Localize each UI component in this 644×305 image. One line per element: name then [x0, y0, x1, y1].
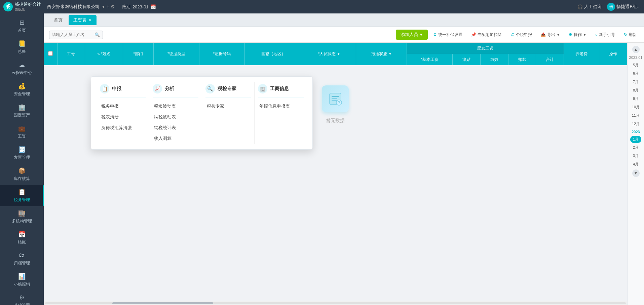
sidebar-item-fixed-assets[interactable]: 🏢 固定资产 — [0, 100, 44, 121]
operation-icon: ⚙ — [569, 32, 572, 37]
sidebar-label-archive: 归档管理 — [14, 260, 30, 266]
search-box[interactable]: 🔍 — [49, 31, 103, 39]
table-header-row: 工号 ⇅ *姓名 *部门 *证据类型 *证据号码 国籍（地区） *人员状态 ▼ — [44, 43, 627, 54]
tax-payment-fluctuation-label: 纳税波动表 — [154, 114, 176, 119]
col-checkbox — [44, 43, 57, 65]
timeline-month-8[interactable]: 8月 — [628, 86, 644, 94]
timeline-month-1[interactable]: 1月 — [630, 136, 641, 143]
timeline-month-3[interactable]: 3月 — [628, 152, 644, 160]
social-insurance-label: 统一社保设置 — [438, 32, 462, 38]
timeline-scroll-up[interactable]: ▲ — [632, 46, 640, 53]
dropdown-item-tax-payment-fluctuation[interactable]: 纳税波动表 — [153, 112, 198, 122]
settings-icon[interactable]: ⚙ — [111, 4, 115, 9]
period-value: 2023-01 — [132, 4, 149, 9]
sidebar-item-home[interactable]: ⊞ 首页 — [0, 15, 44, 37]
timeline-scroll-down[interactable]: ▼ — [632, 169, 640, 177]
sidebar-item-inventory[interactable]: 📦 库存核算 — [0, 164, 44, 185]
select-all-checkbox[interactable] — [48, 51, 53, 56]
sidebar-item-salary[interactable]: 💼 工资 — [0, 121, 44, 143]
analysis-icon: 📈 — [153, 84, 162, 93]
timeline-month-11[interactable]: 11月 — [628, 111, 644, 120]
dropdown-item-tax-expert[interactable]: 税检专家 — [205, 101, 251, 112]
refresh-label: 刷新 — [629, 32, 637, 38]
refresh-button[interactable]: ↻ 刷新 — [622, 31, 639, 39]
income-tax-label: 所得税汇算清缴 — [101, 125, 132, 130]
company-selector[interactable]: 西安虾米网络科技有限公司 ▼ — [47, 4, 105, 10]
dropdown-header-business-info: 🏢 工商信息 — [258, 82, 304, 98]
personal-tax-icon: 🖨 — [510, 32, 515, 37]
sidebar-label-salary: 工资 — [18, 134, 26, 139]
tab-home-label: 首页 — [54, 17, 63, 23]
invoice-icon: 🧾 — [18, 146, 26, 153]
tab-close-icon[interactable]: ✕ — [88, 18, 92, 23]
tax-icon: 📋 — [18, 188, 26, 196]
top-bar-actions: 🎧 人工咨询 畅 畅捷通B组... — [577, 3, 641, 11]
scrollbar-thumb[interactable] — [112, 302, 213, 304]
tab-home[interactable]: 首页 — [49, 15, 67, 25]
sidebar-item-multi-org[interactable]: 🏬 多机构管理 — [0, 206, 44, 227]
sidebar-item-close[interactable]: 📅 结账 — [0, 227, 44, 249]
calendar-icon: 📅 — [151, 4, 156, 9]
search-input[interactable] — [52, 32, 92, 37]
dropdown-item-tax-declare[interactable]: 税务申报 — [100, 101, 146, 112]
sidebar-item-xiao-report[interactable]: 📊 小畅报销 — [0, 269, 44, 291]
timeline-month-7[interactable]: 7月 — [628, 78, 644, 86]
period-selector[interactable]: 账期 2023-01 📅 — [122, 4, 156, 10]
timeline-month-12[interactable]: 12月 — [628, 120, 644, 128]
dropdown-item-income-calc[interactable]: 收入测算 — [153, 133, 198, 144]
sidebar-item-tax[interactable]: 📋 税务管理 — [0, 185, 44, 206]
timeline-month-6[interactable]: 6月 — [628, 69, 644, 78]
user-label: 畅捷通B组... — [616, 4, 641, 10]
sidebar-item-invoice[interactable]: 🧾 发票管理 — [0, 143, 44, 164]
empty-icon: ? — [322, 85, 349, 112]
timeline-month-5[interactable]: 5月 — [628, 61, 644, 69]
cloud-icon: ☁ — [19, 61, 25, 69]
tab-salary[interactable]: 工资表 ✕ — [69, 15, 97, 25]
user-menu[interactable]: 畅 畅捷通B组... — [607, 3, 641, 11]
dropdown-item-income-tax[interactable]: 所得税汇算清缴 — [100, 122, 146, 133]
dropdown-item-annual-report[interactable]: 年报信息申报表 — [258, 101, 304, 112]
svg-rect-1 — [332, 96, 339, 97]
col-person-status: *人员状态 ▼ — [302, 43, 356, 65]
timeline-month-4[interactable]: 4月 — [628, 160, 644, 168]
timeline-month-9[interactable]: 9月 — [628, 94, 644, 103]
special-deduction-label: 专项附加扣除 — [478, 32, 502, 38]
operation-button[interactable]: ⚙ 操作 ▼ — [567, 31, 589, 39]
timeline-month-10[interactable]: 10月 — [628, 103, 644, 111]
sidebar-label-basic-settings: 基础设置 — [14, 303, 30, 305]
dropdown-item-tax-table[interactable]: 税表清册 — [100, 112, 146, 122]
inventory-icon: 📦 — [18, 167, 26, 175]
fixed-assets-icon: 🏢 — [18, 104, 26, 111]
sidebar-item-basic-settings[interactable]: ⚙ 基础设置 — [0, 291, 44, 305]
add-company-icon[interactable]: ＋ — [105, 3, 111, 10]
add-person-button[interactable]: 添加人员 ▼ — [396, 30, 428, 40]
col-pension: 养老费 — [564, 43, 599, 65]
sidebar-item-cloud-report[interactable]: ☁ 云报表中心 — [0, 58, 44, 79]
new-guide-toolbar-icon: ○ — [595, 32, 598, 37]
sidebar-item-ledger[interactable]: 📒 总账 — [0, 37, 44, 58]
support-button[interactable]: 🎧 人工咨询 — [577, 4, 602, 10]
tab-salary-label: 工资表 — [73, 17, 86, 23]
sidebar-label-invoice: 发票管理 — [14, 155, 30, 160]
app-subtitle: 旗舰版 — [15, 7, 41, 12]
personal-tax-button[interactable]: 🖨 个税申报 — [508, 31, 534, 39]
archive-icon: 🗂 — [19, 252, 25, 259]
dropdown-item-tax-fluctuation[interactable]: 税负波动表 — [153, 101, 198, 112]
dropdown-col-tax-expert: 🔍 税检专家 税检专家 — [202, 82, 255, 144]
sidebar-label-fund: 资金管理 — [14, 91, 30, 97]
report-status-filter-icon[interactable]: ▼ — [388, 52, 392, 56]
social-insurance-button[interactable]: ⚙ 统一社保设置 — [431, 31, 464, 39]
timeline-month-2[interactable]: 2月 — [628, 143, 644, 152]
app-title: 畅捷通好会计 — [15, 2, 41, 7]
col-action: 操作 — [599, 43, 627, 65]
sidebar-item-fund[interactable]: 💰 资金管理 — [0, 79, 44, 100]
dropdown-item-tax-payment-stats[interactable]: 纳税统计表 — [153, 122, 198, 133]
sidebar-item-archive[interactable]: 🗂 归档管理 — [0, 249, 44, 269]
declaration-icon: 📋 — [100, 84, 109, 93]
special-deduction-button[interactable]: 📌 专项附加扣除 — [469, 31, 504, 39]
export-button[interactable]: 📤 导出 ▼ — [539, 31, 562, 39]
bottom-scrollbar[interactable] — [44, 301, 627, 305]
dropdown-header-declaration: 📋 申报 — [100, 82, 146, 98]
person-status-filter-icon[interactable]: ▼ — [337, 52, 340, 56]
new-guide-button[interactable]: ○ 新手引导 — [593, 31, 617, 39]
